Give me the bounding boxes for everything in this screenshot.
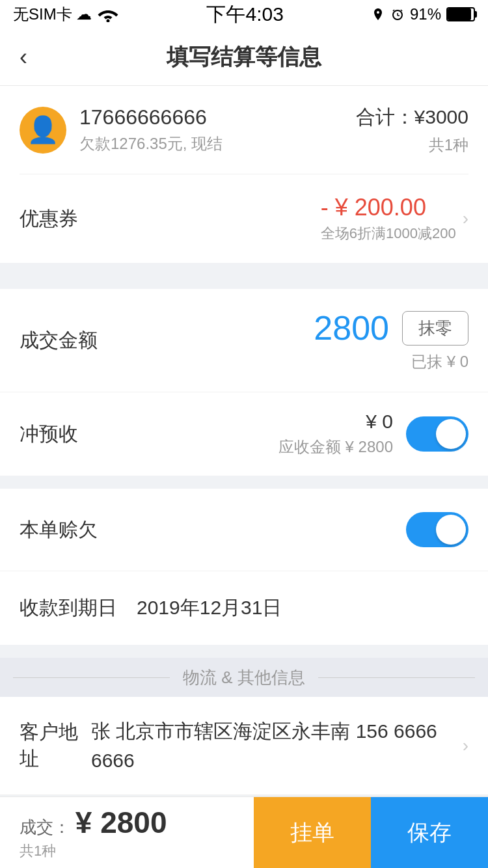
coupon-row[interactable]: 优惠券 - ¥ 200.00 全场6折满1000减200 ›	[0, 174, 488, 263]
prepay-sub: 应收金额 ¥ 2800	[278, 437, 393, 457]
battery-icon	[446, 7, 475, 21]
prepay-right: ¥ 0 应收金额 ¥ 2800	[278, 411, 468, 457]
customer-total: 合计：¥3000 共1种	[356, 104, 468, 156]
coupon-label: 优惠券	[20, 206, 78, 232]
deal-amount-row: 成交金额 2800 抹零 已抹 ¥ 0	[0, 289, 488, 392]
total-amount: 合计：¥3000	[356, 104, 468, 131]
logistics-section-divider: 物流 & 其他信息	[0, 658, 488, 697]
bottom-summary-label: 成交：	[20, 817, 70, 837]
customer-card: 👤 17666666666 欠款1276.35元, 现结 合计：¥3000 共1…	[0, 86, 488, 263]
bottom-summary: 成交： ¥ 2800 共1种	[0, 805, 254, 861]
svg-line-5	[401, 10, 402, 11]
due-date-label: 收款到期日	[20, 595, 117, 621]
toggle-knob	[436, 419, 466, 449]
bottom-summary-count: 共1种	[20, 841, 234, 861]
svg-point-0	[107, 20, 110, 23]
customer-info: 17666666666 欠款1276.35元, 现结	[79, 105, 356, 154]
prepay-amount: ¥ 0	[278, 411, 393, 433]
customer-row: 👤 17666666666 欠款1276.35元, 现结 合计：¥3000 共1…	[0, 86, 488, 174]
due-date-value: 2019年12月31日	[137, 595, 282, 621]
customer-sub: 欠款1276.35元, 现结	[79, 133, 356, 154]
due-date-row: 收款到期日 2019年12月31日	[0, 571, 488, 645]
prepay-row: 冲预收 ¥ 0 应收金额 ¥ 2800	[0, 392, 488, 476]
coupon-right: - ¥ 200.00 全场6折满1000减200 ›	[321, 194, 468, 243]
location-icon	[371, 7, 385, 21]
chevron-right-icon: ›	[463, 208, 468, 229]
coupon-desc: 全场6折满1000减200	[321, 224, 456, 243]
gray-separator-2	[0, 476, 488, 489]
bottom-summary-amount: ¥ 2800	[75, 806, 167, 839]
divider-line-right	[318, 677, 475, 678]
address-label: 客户地址	[20, 719, 78, 772]
prepay-label: 冲预收	[20, 421, 78, 448]
address-row[interactable]: 客户地址 张 北京市市辖区海淀区永丰南 156 6666 6666 ›	[0, 697, 488, 795]
status-right: 91%	[371, 5, 475, 23]
status-time: 下午4:03	[206, 1, 283, 28]
coupon-info: - ¥ 200.00 全场6折满1000减200	[321, 194, 456, 243]
deal-amount-value: 2800	[314, 308, 389, 347]
prepay-values: ¥ 0 应收金额 ¥ 2800	[278, 411, 393, 457]
content: 👤 17666666666 欠款1276.35元, 现结 合计：¥3000 共1…	[0, 86, 488, 868]
divider-line-left	[13, 677, 170, 678]
save-button[interactable]: 保存	[371, 797, 488, 869]
status-bar: 无SIM卡 ☁ 下午4:03 91%	[0, 0, 488, 29]
svg-line-4	[393, 10, 394, 11]
avatar-icon: 👤	[27, 115, 59, 145]
customer-phone: 17666666666	[79, 105, 356, 129]
deal-amount-label: 成交金额	[20, 327, 98, 354]
hang-order-button[interactable]: 挂单	[254, 797, 371, 869]
deal-amount-group: 2800 抹零	[314, 308, 468, 347]
battery-percent: 91%	[410, 5, 441, 23]
debt-toggle-knob	[436, 515, 466, 545]
avatar: 👤	[20, 107, 66, 154]
prepay-toggle[interactable]	[406, 416, 468, 452]
debt-section: 本单赊欠 收款到期日 2019年12月31日	[0, 489, 488, 645]
coupon-discount: - ¥ 200.00	[321, 194, 456, 221]
bottom-summary-line1: 成交： ¥ 2800	[20, 805, 234, 840]
debt-toggle[interactable]	[406, 512, 468, 547]
debt-label: 本单赊欠	[20, 517, 98, 543]
status-left: 无SIM卡 ☁	[13, 4, 119, 25]
address-value: 张 北京市市辖区海淀区永丰南 156 6666 6666	[91, 716, 456, 775]
back-button[interactable]: ‹	[20, 44, 27, 71]
form-section: 成交金额 2800 抹零 已抹 ¥ 0 冲预收 ¥ 0 应收金额 ¥ 2800	[0, 289, 488, 476]
address-chevron-icon: ›	[463, 735, 468, 756]
deal-amount-right: 2800 抹零 已抹 ¥ 0	[314, 308, 468, 372]
total-count: 共1种	[356, 135, 468, 156]
alarm-icon	[390, 7, 405, 21]
debt-row: 本单赊欠	[0, 489, 488, 571]
sim-label: 无SIM卡 ☁	[13, 4, 92, 25]
section-divider-text: 物流 & 其他信息	[183, 666, 305, 689]
bottom-bar: 成交： ¥ 2800 共1种 挂单 保存	[0, 796, 488, 868]
round-zero-button[interactable]: 抹零	[402, 311, 468, 346]
page-title: 填写结算等信息	[167, 42, 321, 72]
deal-amount-sub: 已抹 ¥ 0	[314, 351, 468, 372]
wifi-icon	[97, 7, 119, 22]
nav-bar: ‹ 填写结算等信息	[0, 29, 488, 86]
gray-separator-1	[0, 276, 488, 289]
